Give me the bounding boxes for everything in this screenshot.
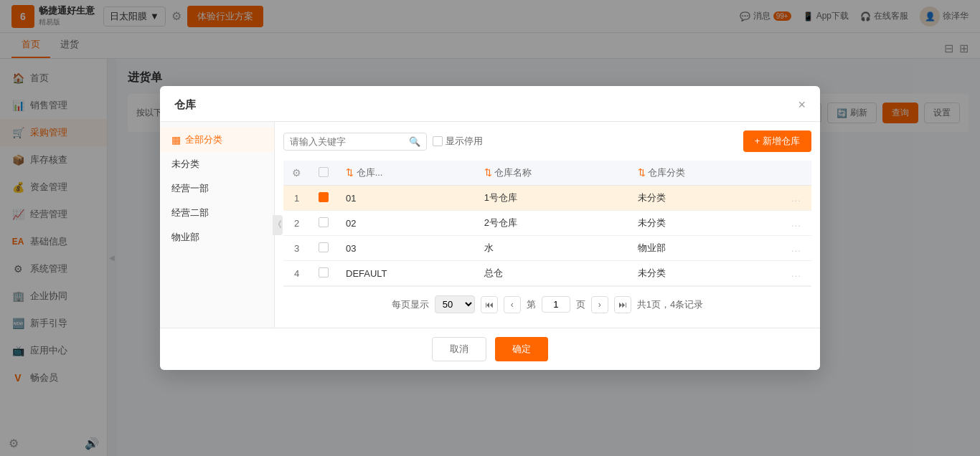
row-num-2: 2 [283,211,310,236]
row-more-3[interactable]: ... [791,243,801,254]
modal-overlay: 仓库 × ▦ 全部分类 未分类 经营一部 经营二部 [0,0,980,456]
search-icon: 🔍 [409,136,420,147]
sort-name-icon: ⇅ [484,167,492,178]
row-num-4: 4 [283,261,310,286]
dialog-title: 仓库 [174,98,196,112]
row-more-1[interactable]: ... [791,193,801,204]
category-sidebar: ▦ 全部分类 未分类 经营一部 经营二部 物业部 《 [160,122,275,328]
row-more-4[interactable]: ... [791,268,801,279]
table-row: 4 DEFAULT 总仓 未分类 ... [283,261,811,286]
col-code[interactable]: ⇅ 仓库... [337,161,476,186]
row-checkbox-2[interactable] [319,217,329,227]
col-name[interactable]: ⇅ 仓库名称 [476,161,629,186]
col-settings-icon[interactable]: ⚙ [292,167,301,179]
table-area: 🔍 显示停用 + 新增仓库 ⚙ [275,122,820,328]
sort-code-icon: ⇅ [346,167,354,178]
table-row: 3 03 水 物业部 ... [283,236,811,261]
table-toolbar: 🔍 显示停用 + 新增仓库 [283,130,811,152]
all-cat-icon: ▦ [171,134,181,146]
sort-category-icon: ⇅ [638,167,646,178]
col-checkbox [310,161,337,186]
cat-item-all[interactable]: ▦ 全部分类 [160,128,274,152]
first-page-btn[interactable]: ⏮ [481,296,498,313]
show-disabled-toggle[interactable]: 显示停用 [433,135,483,148]
page-number-input[interactable] [542,296,570,313]
col-settings: ⚙ [283,161,310,186]
cancel-button[interactable]: 取消 [432,337,486,361]
col-actions [783,161,811,186]
confirm-button[interactable]: 确定 [495,337,548,361]
cat-item-property[interactable]: 物业部 [160,225,274,250]
cat-item-uncategorized[interactable]: 未分类 [160,152,274,176]
table-scroll-container: ⚙ ⇅ 仓库... ⇅ [283,161,811,286]
dialog-footer: 取消 确定 [160,328,820,370]
warehouse-table: ⚙ ⇅ 仓库... ⇅ [283,161,811,286]
next-page-btn[interactable]: › [591,296,608,313]
prev-page-btn[interactable]: ‹ [504,296,521,313]
pagination: 每页显示 50 100 ⏮ ‹ 第 页 › ⏭ 共1页，4条记录 [283,286,811,319]
search-input[interactable] [290,136,405,147]
row-num-1: 1 [283,186,310,211]
show-disabled-checkbox[interactable] [433,136,443,146]
dialog-header: 仓库 × [160,86,820,122]
dialog-body: ▦ 全部分类 未分类 经营一部 经营二部 物业部 《 [160,122,820,328]
last-page-btn[interactable]: ⏭ [614,296,631,313]
table-row: 2 02 2号仓库 未分类 ... [283,211,811,236]
search-box: 🔍 [283,133,427,151]
warehouse-dialog: 仓库 × ▦ 全部分类 未分类 经营一部 经营二部 [160,86,820,370]
add-warehouse-button[interactable]: + 新增仓库 [743,130,811,152]
row-num-3: 3 [283,236,310,261]
col-category[interactable]: ⇅ 仓库分类 [629,161,783,186]
select-all-checkbox[interactable] [319,167,329,177]
row-checkbox-4[interactable] [319,267,329,277]
row-checkbox-1[interactable] [319,192,329,202]
row-more-2[interactable]: ... [791,218,801,229]
cat-item-dept2[interactable]: 经营二部 [160,201,274,225]
dialog-close-button[interactable]: × [798,98,806,113]
row-checkbox-3[interactable] [319,242,329,252]
per-page-select[interactable]: 50 100 [435,295,475,313]
cat-item-dept1[interactable]: 经营一部 [160,176,274,201]
category-collapse-button[interactable]: 《 [273,215,283,235]
table-row: 1 01 1号仓库 未分类 ... [283,186,811,211]
